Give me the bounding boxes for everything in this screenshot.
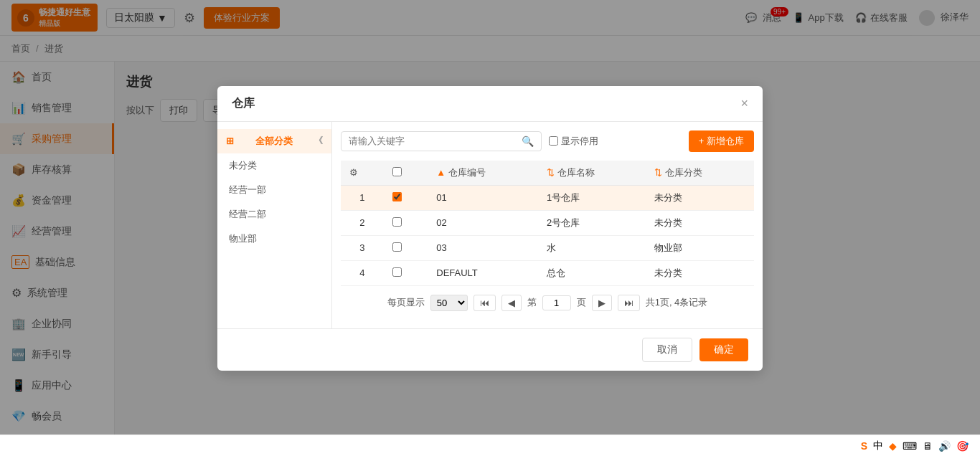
table-row[interactable]: 1 01 1号仓库 未分类 bbox=[341, 185, 754, 210]
search-icon: 🔍 bbox=[522, 136, 534, 147]
status-icon-dot: ◆ bbox=[889, 440, 897, 452]
page-number-input[interactable] bbox=[542, 295, 571, 310]
status-bar: S 中 ◆ ⌨ 🖥 🔊 🎯 bbox=[0, 434, 980, 456]
modal-overlay: 仓库 × ⊞ 全部分类 《 未分类 经营一部 经营二部 物业部 bbox=[0, 0, 980, 456]
category-unclassified[interactable]: 未分类 bbox=[217, 153, 331, 178]
warehouse-modal: 仓库 × ⊞ 全部分类 《 未分类 经营一部 经营二部 物业部 bbox=[217, 86, 763, 371]
col-name[interactable]: ⇅ 仓库名称 bbox=[538, 161, 646, 186]
select-all-checkbox[interactable] bbox=[392, 167, 402, 176]
row-code: 03 bbox=[428, 235, 538, 260]
search-input-wrap: 🔍 bbox=[341, 131, 542, 151]
table-wrapper: ⚙ ▲ 仓库编号 ⇅ 仓库名称 ⇅ 仓库分类 bbox=[341, 161, 754, 286]
category-ops2[interactable]: 经营二部 bbox=[217, 202, 331, 227]
prev-page-btn[interactable]: ◀ bbox=[501, 295, 522, 311]
row-checkbox[interactable] bbox=[384, 185, 428, 210]
row-num: 1 bbox=[341, 185, 384, 210]
sort-icon3: ⇅ bbox=[654, 167, 662, 178]
keyboard-icon: ⌨ bbox=[903, 440, 917, 452]
pagination: 每页显示 50 100 ⏮ ◀ 第 页 ▶ ⏭ 共1页, 4条记录 bbox=[341, 286, 754, 320]
search-input[interactable] bbox=[349, 136, 517, 146]
row-name: 水 bbox=[538, 235, 646, 260]
cancel-button[interactable]: 取消 bbox=[642, 338, 692, 362]
last-page-btn[interactable]: ⏭ bbox=[618, 295, 640, 311]
sort-icon: ▲ bbox=[436, 167, 446, 178]
search-bar: 🔍 显示停用 + 新增仓库 bbox=[341, 130, 754, 152]
category-all-label: 全部分类 bbox=[255, 135, 293, 148]
modal-close-btn[interactable]: × bbox=[740, 96, 748, 111]
table-row[interactable]: 4 DEFAULT 总仓 未分类 bbox=[341, 260, 754, 285]
row-checkbox[interactable] bbox=[384, 210, 428, 235]
page-suffix: 页 bbox=[577, 296, 586, 309]
status-icon-s: S bbox=[861, 440, 867, 452]
category-property[interactable]: 物业部 bbox=[217, 227, 331, 251]
confirm-button[interactable]: 确定 bbox=[699, 338, 748, 361]
category-all[interactable]: ⊞ 全部分类 《 bbox=[217, 129, 331, 153]
row-code: 02 bbox=[428, 210, 538, 235]
per-page-select[interactable]: 50 100 bbox=[430, 295, 468, 311]
category-ops1[interactable]: 经营一部 bbox=[217, 178, 331, 202]
warehouse-table: ⚙ ▲ 仓库编号 ⇅ 仓库名称 ⇅ 仓库分类 bbox=[341, 161, 754, 286]
warehouse-content-panel: 🔍 显示停用 + 新增仓库 ⚙ bbox=[332, 122, 763, 328]
page-label: 第 bbox=[527, 296, 537, 309]
show-disabled-checkbox[interactable] bbox=[549, 136, 558, 146]
row-num: 2 bbox=[341, 210, 384, 235]
row-category: 未分类 bbox=[646, 210, 754, 235]
table-header-row: ⚙ ▲ 仓库编号 ⇅ 仓库名称 ⇅ 仓库分类 bbox=[341, 161, 754, 186]
modal-body: ⊞ 全部分类 《 未分类 经营一部 经营二部 物业部 🔍 bbox=[217, 122, 763, 328]
modal-header: 仓库 × bbox=[217, 86, 763, 122]
sort-icon2: ⇅ bbox=[547, 167, 555, 178]
add-warehouse-btn[interactable]: + 新增仓库 bbox=[689, 130, 754, 152]
row-code: DEFAULT bbox=[428, 260, 538, 285]
row-category: 物业部 bbox=[646, 235, 754, 260]
table-row[interactable]: 2 02 2号仓库 未分类 bbox=[341, 210, 754, 235]
modal-title: 仓库 bbox=[232, 96, 255, 111]
row-category: 未分类 bbox=[646, 185, 754, 210]
total-info: 共1页, 4条记录 bbox=[646, 296, 708, 309]
row-checkbox[interactable] bbox=[384, 260, 428, 285]
table-row[interactable]: 3 03 水 物业部 bbox=[341, 235, 754, 260]
row-code: 01 bbox=[428, 185, 538, 210]
next-page-btn[interactable]: ▶ bbox=[592, 295, 612, 311]
row-checkbox[interactable] bbox=[384, 235, 428, 260]
col-code[interactable]: ▲ 仓库编号 bbox=[428, 161, 538, 186]
row-num: 3 bbox=[341, 235, 384, 260]
per-page-label: 每页显示 bbox=[387, 296, 425, 309]
first-page-btn[interactable]: ⏮ bbox=[473, 295, 496, 311]
collapse-btn[interactable]: 《 bbox=[314, 135, 323, 147]
category-panel: ⊞ 全部分类 《 未分类 经营一部 经营二部 物业部 bbox=[217, 122, 332, 328]
row-name: 2号仓库 bbox=[538, 210, 646, 235]
category-grid-icon: ⊞ bbox=[226, 136, 234, 146]
volume-icon: 🔊 bbox=[938, 440, 951, 452]
col-category[interactable]: ⇅ 仓库分类 bbox=[646, 161, 754, 186]
show-disabled-label: 显示停用 bbox=[549, 135, 598, 148]
row-name: 总仓 bbox=[538, 260, 646, 285]
col-settings[interactable]: ⚙ bbox=[341, 161, 384, 186]
monitor-icon: 🖥 bbox=[923, 440, 933, 452]
target-icon: 🎯 bbox=[956, 440, 969, 452]
status-icon-zh: 中 bbox=[873, 440, 883, 452]
row-num: 4 bbox=[341, 260, 384, 285]
row-category: 未分类 bbox=[646, 260, 754, 285]
col-checkbox bbox=[384, 161, 428, 186]
status-icons: S 中 ◆ ⌨ 🖥 🔊 🎯 bbox=[861, 440, 969, 452]
modal-footer: 取消 确定 bbox=[217, 328, 763, 371]
row-name: 1号仓库 bbox=[538, 185, 646, 210]
